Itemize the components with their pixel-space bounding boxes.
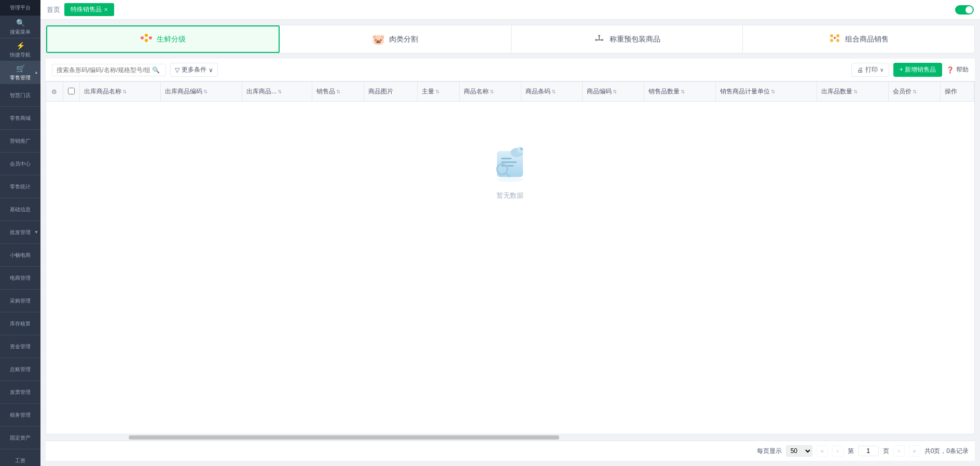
total-count: 共0页，0条记录 <box>924 447 969 456</box>
per-page-select[interactable]: 10 20 50 100 <box>786 445 812 457</box>
toggle-button[interactable] <box>955 5 974 15</box>
sort-icon[interactable]: ⇅ <box>613 89 617 94</box>
svg-point-9 <box>830 34 833 37</box>
page-input[interactable] <box>858 446 879 456</box>
sidebar-item-invoice-mgmt[interactable]: 发票管理 <box>0 381 40 404</box>
next-page-button[interactable]: › <box>893 445 905 457</box>
sidebar-item-marketing[interactable]: 营销推广 <box>0 130 40 153</box>
sidebar-item-ecom-mgmt[interactable]: 电商管理 <box>0 267 40 290</box>
th-out-goods-code: 出库商品编码 ⇅ <box>161 82 242 102</box>
content-area: 生鲜分级 🐷 肉类分割 称重预包装商品 <box>40 20 980 466</box>
horizontal-scrollbar[interactable] <box>46 434 975 441</box>
th-goods-name: 商品名称 ⇅ <box>459 82 521 102</box>
sidebar-item-basic-info[interactable]: 基础信息 <box>0 198 40 221</box>
sidebar-item-mini-ecom[interactable]: 小畅电商 <box>0 244 40 267</box>
page-label: 第 <box>848 447 854 456</box>
th-member-price: 会员价 ⇅ <box>889 82 941 102</box>
sidebar-item-fixed-assets[interactable]: 固定资产 <box>0 427 40 449</box>
tab-label: 特殊销售品 <box>71 5 102 14</box>
sort-icon[interactable]: ⇅ <box>551 89 556 94</box>
sort-icon[interactable]: ⇅ <box>771 89 775 94</box>
empty-text: 暂无数据 <box>496 191 523 200</box>
meat-cut-label: 肉类分割 <box>389 35 418 44</box>
sidebar-item-purchase-mgmt[interactable]: 采购管理 <box>0 290 40 312</box>
svg-point-21 <box>517 147 523 153</box>
th-out-qty: 出库品数量 ⇅ <box>817 82 889 102</box>
th-op: 操作 <box>940 82 974 102</box>
th-checkbox[interactable] <box>63 82 79 102</box>
sort-icon[interactable]: ⇅ <box>278 89 282 94</box>
svg-point-7 <box>595 39 597 41</box>
sidebar-item-quick-nav[interactable]: ⚡ 快捷导航 <box>0 38 40 61</box>
last-page-icon: » <box>913 448 916 454</box>
tab-combo[interactable]: 组合商品销售 <box>743 25 974 53</box>
sort-icon[interactable]: ⇅ <box>203 89 208 94</box>
last-page-button[interactable]: » <box>909 445 920 457</box>
table-settings-icon[interactable]: ⚙ <box>51 88 57 95</box>
first-page-button[interactable]: « <box>817 445 828 457</box>
sidebar-item-members[interactable]: 会员中心 <box>0 153 40 175</box>
sidebar: 管理平台 🔍 搜索菜单 ⚡ 快捷导航 🛒 零售管理 ▲ 智慧门店 零售商城 营销… <box>0 0 40 466</box>
home-link[interactable]: 首页 <box>47 5 60 15</box>
sort-icon[interactable]: ⇅ <box>913 89 917 94</box>
svg-rect-18 <box>501 161 517 163</box>
sort-icon[interactable]: ⇅ <box>681 89 685 94</box>
topbar: 首页 特殊销售品 ✕ <box>40 0 980 20</box>
search-input[interactable] <box>57 66 150 74</box>
scrollbar-thumb[interactable] <box>129 435 559 440</box>
filter-icon: ▽ <box>175 66 180 74</box>
sort-icon[interactable]: ⇅ <box>336 89 340 94</box>
tab-weigh-pack[interactable]: 称重预包装商品 <box>512 25 743 53</box>
sidebar-item-retail-mall[interactable]: 零售商城 <box>0 107 40 130</box>
sidebar-item-tax-mgmt[interactable]: 税务管理 <box>0 404 40 427</box>
print-button[interactable]: 🖨 打印 ∨ <box>851 63 889 77</box>
category-tabs: 生鲜分级 🐷 肉类分割 称重预包装商品 <box>46 25 975 53</box>
empty-state: 暂无数据 <box>46 102 974 242</box>
topbar-right <box>955 5 974 15</box>
sort-icon[interactable]: ⇅ <box>435 89 439 94</box>
empty-illustration <box>487 143 533 185</box>
th-settings[interactable]: ⚙ <box>46 82 63 102</box>
help-icon: ❓ <box>946 66 954 74</box>
table-container: ⚙ 出库商品名称 ⇅ 出库商 <box>46 81 975 434</box>
sidebar-item-search-menu[interactable]: 🔍 搜索菜单 <box>0 16 40 38</box>
svg-rect-17 <box>501 158 512 159</box>
search-box[interactable]: 🔍 <box>52 64 166 76</box>
sort-icon[interactable]: ⇅ <box>490 89 494 94</box>
th-sale-qty: 销售品数量 ⇅ <box>644 82 716 102</box>
th-sale-unit: 销售商品计量单位 ⇅ <box>716 82 817 102</box>
add-sale-item-button[interactable]: + 新增销售品 <box>893 63 942 77</box>
empty-state-cell: 暂无数据 <box>46 102 974 242</box>
svg-point-13 <box>834 37 836 39</box>
svg-point-4 <box>598 35 600 37</box>
prev-page-button[interactable]: ‹ <box>832 445 844 457</box>
svg-point-8 <box>601 39 603 41</box>
current-tab[interactable]: 特殊销售品 ✕ <box>64 3 114 16</box>
filter-button[interactable]: ▽ 更多条件 ∨ <box>170 63 218 77</box>
sidebar-item-retail-stats[interactable]: 零售统计 <box>0 175 40 198</box>
sidebar-item-smart-store[interactable]: 智慧门店 <box>0 84 40 107</box>
tab-fresh-grade[interactable]: 生鲜分级 <box>46 25 280 53</box>
select-all-checkbox[interactable] <box>68 88 75 94</box>
sidebar-item-wholesale-mgmt[interactable]: 批发管理 ▼ <box>0 221 40 244</box>
fresh-grade-icon <box>140 33 153 46</box>
empty-state-row: 暂无数据 <box>46 102 974 242</box>
data-table: ⚙ 出库商品名称 ⇅ 出库商 <box>46 82 974 242</box>
sidebar-item-wages[interactable]: 工资 <box>0 449 40 466</box>
sidebar-item-general-ledger[interactable]: 总账管理 <box>0 358 40 381</box>
weigh-pack-label: 称重预包装商品 <box>610 35 660 44</box>
close-tab-icon[interactable]: ✕ <box>104 7 108 12</box>
sidebar-logo: 管理平台 <box>0 0 40 16</box>
sort-icon[interactable]: ⇅ <box>122 89 127 94</box>
sidebar-item-finance[interactable]: 资金管理 <box>0 335 40 358</box>
sort-icon[interactable]: ⇅ <box>853 89 858 94</box>
tab-meat-cut[interactable]: 🐷 肉类分割 <box>280 25 512 53</box>
sidebar-item-inventory[interactable]: 库存核算 <box>0 312 40 335</box>
svg-point-14 <box>497 177 523 182</box>
th-goods-image: 商品图片 <box>364 82 417 102</box>
filter-arrow-icon: ∨ <box>209 66 213 74</box>
sidebar-item-retail-mgmt[interactable]: 🛒 零售管理 ▲ <box>0 61 40 84</box>
table-body: 暂无数据 <box>46 102 974 242</box>
meat-cut-icon: 🐷 <box>372 33 385 46</box>
help-button[interactable]: ❓ 帮助 <box>946 65 969 74</box>
